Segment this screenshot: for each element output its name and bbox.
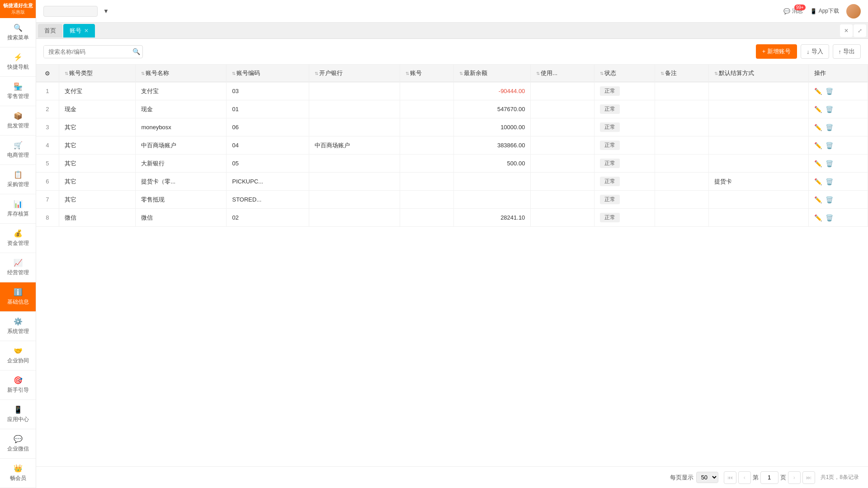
tab-account-close[interactable]: ✕	[84, 28, 89, 34]
delete-icon[interactable]: 🗑️	[826, 214, 833, 221]
col-type-header[interactable]: ⇅ 账号类型	[59, 65, 136, 82]
row-actions: ✏️ 🗑️	[809, 155, 868, 173]
row-remark	[655, 82, 709, 100]
basicinfo-icon: ℹ️	[14, 288, 23, 296]
row-name: 中百商场账户	[136, 136, 226, 155]
row-default	[709, 100, 809, 118]
col-remark-sort-icon: ⇅	[660, 71, 664, 76]
sidebar-label-operations: 经营管理	[7, 269, 29, 277]
per-page-select[interactable]: 50	[696, 472, 718, 483]
page-label: 第	[753, 474, 759, 482]
sidebar-item-finance[interactable]: 💰 资金管理	[0, 224, 36, 253]
row-type: 其它	[59, 155, 136, 173]
row-no: 6	[36, 173, 59, 191]
sidebar-item-corpwechat[interactable]: 💬 企业微信	[0, 429, 36, 459]
user-avatar[interactable]	[846, 4, 861, 19]
next-page-btn[interactable]: ›	[788, 471, 801, 484]
row-name: 现金	[136, 100, 226, 118]
settings-icon: ⚙	[45, 70, 50, 77]
row-code: PICKUPC...	[226, 173, 309, 191]
header-message[interactable]: 💬 消息 99+	[783, 7, 803, 15]
tab-home[interactable]: 首页	[38, 24, 62, 38]
sidebar-item-retail[interactable]: 🏪 零售管理	[0, 77, 36, 106]
first-page-btn[interactable]: ⏮	[724, 471, 736, 484]
sidebar-item-ecommerce[interactable]: 🛒 电商管理	[0, 136, 36, 165]
sidebar-item-basicinfo[interactable]: ℹ️ 基础信息	[0, 282, 36, 312]
sidebar-item-inventory[interactable]: 📊 库存核算	[0, 194, 36, 224]
export-button[interactable]: ↑ 导出	[833, 44, 861, 59]
import-button[interactable]: ↓ 导入	[801, 44, 829, 59]
col-use-header[interactable]: ⇅ 使用...	[531, 65, 594, 82]
row-code: STORED...	[226, 191, 309, 209]
col-account-header[interactable]: ⇅ 账号	[400, 65, 454, 82]
sidebar-item-purchase[interactable]: 📋 采购管理	[0, 165, 36, 194]
sidebar-item-guide[interactable]: 🎯 新手引导	[0, 371, 36, 400]
edit-icon[interactable]: ✏️	[814, 160, 822, 167]
delete-icon[interactable]: 🗑️	[826, 160, 833, 167]
row-remark	[655, 173, 709, 191]
row-use	[531, 82, 594, 100]
sidebar-item-member[interactable]: 👑 畅会员	[0, 459, 36, 488]
row-balance	[454, 191, 531, 209]
edit-icon[interactable]: ✏️	[814, 124, 822, 131]
sidebar-label-collab: 企业协同	[7, 357, 29, 365]
edit-icon[interactable]: ✏️	[814, 106, 822, 113]
tab-bar-close-btn[interactable]: ✕	[840, 24, 853, 37]
col-settings[interactable]: ⚙	[36, 65, 59, 82]
app-logo: 畅捷通好生意 乐惠版	[0, 0, 36, 18]
table-row: 7 其它 零售抵现 STORED... 正常 ✏️ 🗑️	[36, 191, 868, 209]
add-account-button[interactable]: + 新增账号	[756, 44, 797, 59]
edit-icon[interactable]: ✏️	[814, 214, 822, 221]
col-default-header[interactable]: ⇅ 默认结算方式	[709, 65, 809, 82]
col-bank-header[interactable]: ⇅ 开户银行	[309, 65, 400, 82]
page-suffix: 页	[780, 474, 786, 482]
row-status: 正常	[594, 82, 655, 100]
header-app-download[interactable]: 📱 App下载	[810, 7, 839, 15]
header-search-input[interactable]	[43, 6, 98, 17]
row-actions: ✏️ 🗑️	[809, 100, 868, 118]
delete-icon[interactable]: 🗑️	[826, 106, 833, 113]
row-no: 8	[36, 209, 59, 227]
sidebar-item-wholesale[interactable]: 📦 批发管理	[0, 106, 36, 136]
edit-icon[interactable]: ✏️	[814, 142, 822, 149]
col-balance-header[interactable]: ⇅ 最新余额	[454, 65, 531, 82]
row-default	[709, 209, 809, 227]
row-bank	[309, 209, 400, 227]
delete-icon[interactable]: 🗑️	[826, 196, 833, 203]
prev-page-btn[interactable]: ‹	[738, 471, 751, 484]
row-use	[531, 118, 594, 136]
header-left: ▼	[43, 6, 109, 17]
row-actions: ✏️ 🗑️	[809, 209, 868, 227]
delete-icon[interactable]: 🗑️	[826, 178, 833, 185]
delete-icon[interactable]: 🗑️	[826, 142, 833, 149]
col-code-header[interactable]: ⇅ 账号编码	[226, 65, 309, 82]
col-name-header[interactable]: ⇅ 账号名称	[136, 65, 226, 82]
sidebar-item-search[interactable]: 🔍 搜索菜单	[0, 18, 36, 47]
edit-icon[interactable]: ✏️	[814, 196, 822, 203]
delete-icon[interactable]: 🗑️	[826, 88, 833, 95]
page-content: 🔍 + 新增账号 ↓ 导入 ↑ 导出 ⚙	[36, 39, 868, 466]
operations-icon: 📈	[14, 258, 23, 267]
last-page-btn[interactable]: ⏭	[802, 471, 815, 484]
tab-account[interactable]: 账号 ✕	[63, 24, 95, 38]
sidebar-label-quicknav: 快捷导航	[7, 63, 29, 71]
col-status-header[interactable]: ⇅ 状态	[594, 65, 655, 82]
status-badge: 正常	[600, 159, 620, 168]
page-number-input[interactable]	[760, 471, 778, 484]
tab-bar-expand-btn[interactable]: ⤢	[854, 24, 866, 37]
row-use	[531, 173, 594, 191]
sidebar-item-collab[interactable]: 🤝 企业协同	[0, 341, 36, 371]
header-dropdown[interactable]: ▼	[103, 8, 109, 14]
sidebar-item-operations[interactable]: 📈 经营管理	[0, 253, 36, 282]
edit-icon[interactable]: ✏️	[814, 88, 822, 95]
sidebar-item-quicknav[interactable]: ⚡ 快捷导航	[0, 47, 36, 77]
sidebar-item-system[interactable]: ⚙️ 系统管理	[0, 312, 36, 341]
search-input[interactable]	[44, 46, 129, 58]
search-button[interactable]: 🔍	[129, 46, 143, 57]
col-remark-header[interactable]: ⇅ 备注	[655, 65, 709, 82]
delete-icon[interactable]: 🗑️	[826, 124, 833, 131]
row-balance: 500.00	[454, 155, 531, 173]
sidebar-item-appcenter[interactable]: 📱 应用中心	[0, 400, 36, 429]
edit-icon[interactable]: ✏️	[814, 178, 822, 185]
row-name: 支付宝	[136, 82, 226, 100]
